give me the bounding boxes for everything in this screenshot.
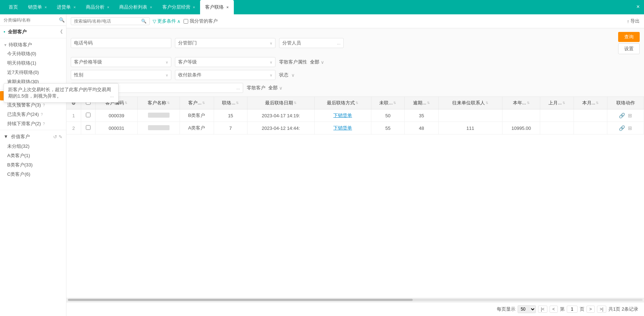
col-last-date-sort[interactable]: ⇅ <box>294 101 297 105</box>
retail-attr-field: 零散客户属性 全部 ∨ <box>279 59 324 65</box>
page-input[interactable] <box>567 306 578 313</box>
window-close-button[interactable]: × <box>636 4 640 10</box>
query-button[interactable]: 查询 <box>618 32 640 42</box>
tab-customer-tier[interactable]: 客户分层经营 × <box>157 0 200 14</box>
col-this-month-sort[interactable]: ⇅ <box>596 101 599 105</box>
filter-more-conditions[interactable]: ▽ 更多条件 ∧ <box>153 18 181 24</box>
col-name[interactable]: 客户名称 ⇅ <box>138 97 180 109</box>
settings-button[interactable]: 设置 <box>618 43 640 54</box>
tab-home[interactable]: 首页 <box>4 0 23 14</box>
customer-price-field[interactable]: 客户价格等级 ∨ <box>71 57 171 67</box>
col-this-month[interactable]: 本月... ⇅ <box>574 97 607 109</box>
sidebar-item-continue-down[interactable]: 持续下滑客户(2) ? <box>0 119 66 128</box>
col-code-sort[interactable]: ⇅ <box>125 101 128 105</box>
row-1-check[interactable] <box>86 113 91 117</box>
tab-purchase[interactable]: 进货单 × <box>52 0 80 14</box>
last-page-button[interactable]: >| <box>597 306 606 313</box>
row-1-checkbox[interactable] <box>81 109 96 122</box>
row-2-last-method[interactable]: 下销货单 <box>314 122 371 135</box>
col-method-sort[interactable]: ⇅ <box>356 101 358 105</box>
sidebar-item-ungroup[interactable]: 未分组(32) <box>0 142 66 151</box>
col-last-contact-method[interactable]: 最后联络方式 ⇅ <box>314 97 371 109</box>
scroll-thumb[interactable] <box>68 299 413 301</box>
sidebar-all-customers[interactable]: ▪ 全部客户 《 <box>0 26 66 38</box>
tab-customer-contact[interactable]: 客户联络 × <box>200 0 233 14</box>
tab-purchase-label: 进货单 <box>57 4 71 10</box>
edit-icon[interactable]: ✎ <box>59 134 62 140</box>
col-overdue-sort[interactable]: ⇅ <box>427 101 430 105</box>
tab-product-analysis-list-close[interactable]: × <box>150 5 152 9</box>
sidebar-item-7days[interactable]: 近7天待联络(0) <box>0 68 66 77</box>
customer-level-field[interactable]: 客户等级 ∨ <box>175 57 275 67</box>
col-name-sort[interactable]: ⇅ <box>167 101 170 105</box>
manage-dept-field[interactable]: 分管部门 ∨ <box>175 38 275 48</box>
payment-field[interactable]: 收付款条件 ∨ <box>175 70 275 80</box>
phone-field[interactable]: 电话号码 <box>71 38 171 48</box>
row-2-link-icon[interactable]: 🔗 <box>619 125 625 131</box>
sidebar-item-b-class[interactable]: B类客户(33) <box>0 160 66 170</box>
col-last-month-sort[interactable]: ⇅ <box>562 101 565 105</box>
tab-purchase-close[interactable]: × <box>73 5 75 9</box>
filter-search-icon[interactable]: 🔍 <box>141 19 147 24</box>
tab-product-analysis-close[interactable]: × <box>107 5 109 9</box>
tab-customer-contact-close[interactable]: × <box>226 5 228 9</box>
col-last-month[interactable]: 上月... ⇅ <box>540 97 574 109</box>
row-1-grid-icon[interactable]: ⊞ <box>628 113 632 118</box>
gender-field[interactable]: 性别 ∨ <box>71 70 171 80</box>
col-unit-contact[interactable]: 往来单位联系人 ⇅ <box>438 97 502 109</box>
tab-customer-tier-close[interactable]: × <box>193 5 195 9</box>
row-1-name-blurred <box>148 113 170 118</box>
status-arrow[interactable]: ∨ <box>291 72 295 78</box>
col-uncontacted[interactable]: 未联... ⇅ <box>371 97 405 109</box>
refresh-icon[interactable]: ↺ <box>53 134 57 140</box>
col-uncontacted-sort[interactable]: ⇅ <box>393 101 396 105</box>
row-1-link-icon[interactable]: 🔗 <box>619 113 625 118</box>
prev-page-button[interactable]: < <box>550 306 558 313</box>
col-contact-count[interactable]: 联络... ⇅ <box>214 97 247 109</box>
export-button[interactable]: ↑ 导出 <box>627 18 640 24</box>
sidebar-collapse-icon[interactable]: 《 <box>58 29 62 35</box>
sidebar-item-already-lost[interactable]: 已流失客户(24) ? <box>0 110 66 119</box>
row-2-check[interactable] <box>86 125 91 130</box>
per-page-select[interactable]: 50 20 100 <box>518 305 536 313</box>
col-contact-sort[interactable]: ⇅ <box>236 101 239 105</box>
row-1-last-method[interactable]: 下销货单 <box>314 109 371 122</box>
tab-sales[interactable]: 销货单 × <box>23 0 52 14</box>
my-customers-check-input[interactable] <box>184 19 188 24</box>
horizontal-scrollbar[interactable] <box>66 298 644 302</box>
sidebar-value-section-title[interactable]: ▼ 价值客户 ↺ ✎ <box>0 132 66 142</box>
col-this-year-sort[interactable]: ⇅ <box>527 101 530 105</box>
first-page-button[interactable]: |< <box>538 306 547 313</box>
pending-section-title[interactable]: ▼ 待联络客户 <box>0 40 66 49</box>
col-this-year[interactable]: 本年... ⇅ <box>502 97 540 109</box>
tab-product-analysis[interactable]: 商品分析 × <box>81 0 114 14</box>
row-2-level: A类客户 <box>180 122 214 135</box>
row-2-grid-icon[interactable]: ⊞ <box>628 125 632 131</box>
tab-sales-close[interactable]: × <box>45 5 47 9</box>
sidebar-item-c-class[interactable]: C类客户(6) <box>0 170 66 179</box>
adv-filter-row-1: 电话号码 分管部门 ∨ 分管人员 ... 查询 设置 <box>71 32 640 54</box>
col-level-sort[interactable]: ⇅ <box>202 101 205 105</box>
sidebar-item-today[interactable]: 今天待联络(0) <box>0 49 66 58</box>
sidebar-item-a-class[interactable]: A类客户(1) <box>0 151 66 160</box>
retail-customer-arrow[interactable]: ∨ <box>279 85 283 91</box>
sidebar-search-icon[interactable]: 🔍 <box>59 17 65 23</box>
row-2-checkbox[interactable] <box>81 122 96 135</box>
filter-search-input[interactable] <box>74 19 140 24</box>
sidebar-item-tomorrow[interactable]: 明天待联络(1) <box>0 58 66 68</box>
all-customers-label: ▪ 全部客户 <box>4 29 27 35</box>
filter-icon: ▽ <box>153 19 156 24</box>
my-customers-checkbox[interactable]: 我分管的客户 <box>184 18 218 24</box>
retail-attr-arrow[interactable]: ∨ <box>321 60 324 65</box>
col-last-contact-date[interactable]: 最后联络日期 ⇅ <box>247 97 315 109</box>
per-page-label: 每页显示 <box>497 306 515 312</box>
tab-product-analysis-list[interactable]: 商品分析列表 × <box>114 0 157 14</box>
row-1-name <box>138 109 180 122</box>
col-unit-sort[interactable]: ⇅ <box>486 101 488 105</box>
col-overdue[interactable]: 逾期... ⇅ <box>405 97 439 109</box>
row-2-name-blurred <box>148 125 170 130</box>
next-page-button[interactable]: > <box>587 306 595 313</box>
col-level[interactable]: 客户... ⇅ <box>180 97 214 109</box>
sidebar-search-input[interactable] <box>4 18 57 23</box>
manage-person-field[interactable]: 分管人员 ... <box>279 38 344 48</box>
